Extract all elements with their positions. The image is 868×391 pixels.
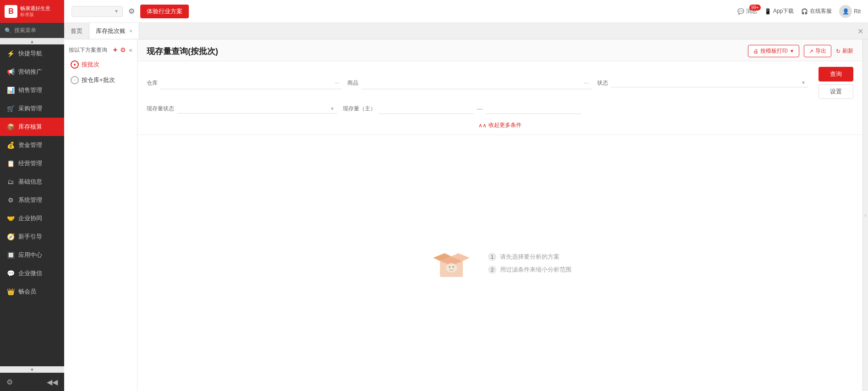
sidebar-item-purchase[interactable]: 🛒 采购管理 [0, 99, 64, 118]
scroll-up-btn[interactable]: ▲ [29, 38, 35, 45]
page-title-actions: 🖨 按模板打印 ▼ ↗ 导出 ↻ 刷新 [748, 45, 853, 57]
status-label: 状态 [597, 79, 608, 87]
messages-badge: 99+ [749, 5, 761, 11]
scheme-batch-label: 按批次 [82, 60, 99, 69]
dropdown-arrow-icon[interactable]: ▼ [114, 9, 119, 14]
scroll-down-btn[interactable]: ▼ [29, 366, 35, 373]
topbar-search-input[interactable] [76, 8, 112, 15]
gear-icon[interactable]: ⚙ [6, 378, 13, 386]
online-service-button[interactable]: 🎧 在线客服 [801, 7, 832, 15]
empty-tip-2: 2 用过滤条件来缩小分析范围 [488, 266, 571, 274]
trial-button[interactable]: 体验行业方案 [140, 5, 189, 18]
sidebar-item-operation[interactable]: 📋 经营管理 [0, 154, 64, 173]
refresh-button[interactable]: ↻ 刷新 [836, 47, 853, 55]
page-title-bar: 现存量查询(按批次) 🖨 按模板打印 ▼ ↗ 导出 ↻ 刷新 [137, 39, 863, 61]
sidebar-item-enterprise[interactable]: 🤝 企业协同 [0, 209, 64, 228]
app-download-button[interactable]: 📱 App下载 [764, 7, 794, 15]
scheme-collapse-icon[interactable]: « [129, 46, 132, 54]
tab-home[interactable]: 首页 [64, 23, 89, 39]
range-dash: — [477, 105, 483, 112]
page-title: 现存量查询(按批次) [147, 46, 218, 57]
filter-panel-header: 按以下方案查询 + ⚙ « [64, 43, 137, 57]
sidebar-item-inventory[interactable]: 📦 库存核算 [0, 118, 64, 136]
messages-button[interactable]: 💬 消息 99+ [737, 7, 757, 15]
tabbar-close-right-icon[interactable]: ✕ [857, 27, 863, 35]
sidebar-scroll-top[interactable]: ▲ [0, 38, 64, 44]
scheme-batch-icon: ● [71, 60, 79, 69]
add-scheme-icon[interactable]: + [113, 46, 117, 54]
topbar: ▼ ⚙ 体验行业方案 💬 消息 99+ 📱 App下载 🎧 在线客服 👤 [64, 0, 868, 23]
export-icon: ↗ [809, 48, 813, 54]
sidebar-item-apps[interactable]: 🔲 应用中心 [0, 246, 64, 264]
warehouse-input-box[interactable]: ··· [160, 77, 342, 89]
tab-close-icon[interactable]: × [129, 28, 132, 34]
collapse-label: 收起更多条件 [489, 121, 522, 129]
sidebar-search-bar[interactable]: 🔍 搜索菜单 [0, 23, 64, 38]
sidebar-item-member[interactable]: 👑 畅会员 [0, 282, 64, 301]
app-logo: B [5, 5, 17, 18]
shortcut-label: 快捷导航 [18, 49, 42, 58]
filter-settings-button[interactable]: 设置 [819, 84, 853, 99]
inventory-amount-label: 现存量（主） [343, 105, 376, 113]
empty-tips: 1 请先选择要分析的方案 2 用过滤条件来缩小分析范围 [488, 253, 571, 274]
scheme-warehouse-batch-icon: ○ [71, 76, 79, 84]
query-button[interactable]: 查询 [819, 67, 853, 81]
refresh-icon: ↻ [836, 48, 841, 54]
product-input-box[interactable]: ··· [361, 77, 592, 89]
topbar-gear-icon[interactable]: ⚙ [126, 5, 137, 17]
inventory-status-select[interactable]: ▼ [177, 104, 337, 114]
sidebar-item-sales[interactable]: 📊 销售管理 [0, 81, 64, 99]
filter-scheme-panel: 按以下方案查询 + ⚙ « ● 按批次 ○ 按仓库+批次 [64, 39, 137, 391]
inventory-icon: 📦 [6, 123, 15, 131]
warehouse-more-icon[interactable]: ··· [332, 80, 342, 86]
sidebar-item-marketing[interactable]: 📢 营销推广 [0, 63, 64, 81]
print-button[interactable]: 🖨 按模板打印 ▼ [748, 45, 799, 57]
tab-inventory-batch[interactable]: 库存批次账 × [89, 23, 139, 39]
member-icon: 👑 [6, 288, 15, 296]
scheme-item-batch[interactable]: ● 按批次 [64, 57, 137, 72]
filter-area: 仓库 ··· 商品 ··· 状态 [137, 61, 863, 135]
empty-state: 1 请先选择要分析的方案 2 用过滤条件来缩小分析范围 [137, 135, 863, 391]
sidebar-item-wechat[interactable]: 💬 企业微信 [0, 264, 64, 282]
sidebar-item-basic[interactable]: 🗂 基础信息 [0, 173, 64, 191]
print-dropdown-icon[interactable]: ▼ [790, 49, 794, 54]
tip-text-1: 请先选择要分析的方案 [500, 253, 560, 261]
scheme-settings-icon[interactable]: ⚙ [120, 46, 126, 54]
sidebar-item-finance[interactable]: 💰 资金管理 [0, 136, 64, 154]
phone-icon: 📱 [764, 8, 771, 15]
search-input-group[interactable]: ▼ [71, 6, 123, 17]
sidebar-item-shortcut[interactable]: ⚡ 快捷导航 [0, 44, 64, 63]
system-icon: ⚙ [6, 196, 15, 204]
filter-inventory-status: 现存量状态 ▼ [147, 104, 337, 114]
right-edge-scroll[interactable]: › [863, 39, 868, 391]
sidebar-item-newbie[interactable]: 🧭 新手引导 [0, 228, 64, 246]
inventory-amount-min[interactable] [379, 103, 474, 114]
collapse-button[interactable]: ∧∧ 收起更多条件 [147, 119, 853, 129]
sidebar-nav: ⚡ 快捷导航 📢 营销推广 📊 销售管理 🛒 采购管理 📦 库存核算 💰 资金管… [0, 44, 64, 366]
filter-row-2: 现存量状态 ▼ 现存量（主） — [147, 103, 853, 114]
sidebar-item-system[interactable]: ⚙ 系统管理 [0, 191, 64, 209]
edition-label: 标准版 [20, 11, 50, 18]
status-select[interactable]: ▼ [611, 78, 809, 87]
sidebar-toggle-icon[interactable]: ◀◀ [47, 378, 58, 386]
apps-icon: 🔲 [6, 251, 15, 259]
inventory-amount-max[interactable] [485, 103, 581, 114]
sidebar: B 畅康通好生意 标准版 🔍 搜索菜单 ▲ ⚡ 快捷导航 📢 营销推广 📊 销售… [0, 0, 64, 391]
tabbar: 首页 库存批次账 × ✕ [64, 23, 868, 39]
enterprise-icon: 🤝 [6, 214, 15, 223]
user-profile-button[interactable]: 👤 Rit [839, 5, 861, 18]
warehouse-input[interactable] [160, 78, 332, 88]
product-label: 商品 [347, 79, 358, 87]
avatar: 👤 [839, 5, 852, 18]
purchase-label: 采购管理 [18, 104, 42, 113]
apps-label: 应用中心 [18, 251, 42, 259]
export-button[interactable]: ↗ 导出 [804, 45, 831, 57]
product-more-icon[interactable]: ··· [581, 80, 591, 86]
page-content: 按以下方案查询 + ⚙ « ● 按批次 ○ 按仓库+批次 现存量查询(按批次) [64, 39, 868, 391]
operation-icon: 📋 [6, 159, 15, 168]
product-input[interactable] [361, 78, 581, 88]
scheme-item-warehouse-batch[interactable]: ○ 按仓库+批次 [64, 72, 137, 88]
sidebar-scroll-bottom[interactable]: ▼ [0, 366, 64, 373]
finance-label: 资金管理 [18, 141, 42, 149]
member-label: 畅会员 [18, 288, 36, 296]
